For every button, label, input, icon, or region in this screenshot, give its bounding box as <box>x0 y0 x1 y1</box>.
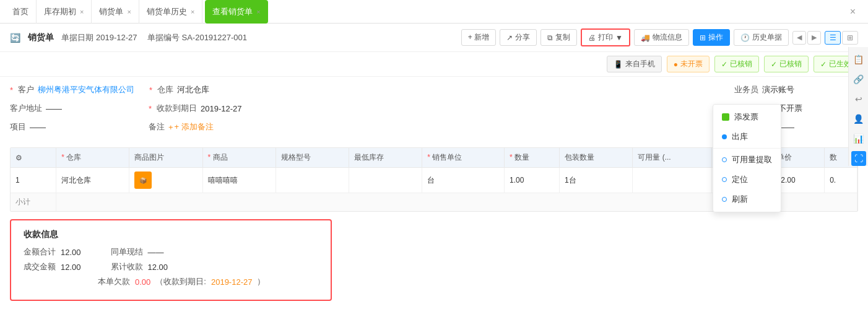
row-min-stock <box>349 168 422 193</box>
window-close-button[interactable]: × <box>843 6 863 17</box>
address-field: 客户地址 —— <box>10 103 134 114</box>
payment-info: 收款信息 金额合计 12.00 同单现结 —— 成交金额 12.00 累计收款 … <box>10 219 332 301</box>
settings-icon[interactable]: ⚙ <box>15 154 22 162</box>
cancelled-button[interactable]: ✓ 已核销 <box>764 56 809 72</box>
note-field: 备注 + + 添加备注 <box>149 121 272 132</box>
list-view-button[interactable]: ☰ <box>825 31 841 45</box>
phone-icon: 📱 <box>614 60 623 69</box>
available-pickup-icon <box>722 157 727 162</box>
sidebar-doc-icon[interactable]: 📋 <box>851 52 866 67</box>
tab-close-view-sales[interactable]: × <box>256 8 260 15</box>
row-warehouse: 河北仓库 <box>56 168 129 193</box>
sidebar-user-icon[interactable]: 👤 <box>851 111 866 126</box>
sidebar-chart-icon[interactable]: 📊 <box>851 131 866 146</box>
payment-date-required: * <box>149 104 152 113</box>
col-product: * 商品 <box>202 148 276 168</box>
same-order-value: —— <box>148 248 164 257</box>
operation-button[interactable]: ⊞ 操作 <box>693 29 730 46</box>
tab-close-inventory[interactable]: × <box>80 8 84 15</box>
row-product: 嘻嘻嘻嘻 <box>202 168 276 193</box>
outbound-label: 出库 <box>732 131 748 142</box>
tab-view-sales[interactable]: 查看销货单 × <box>205 0 267 24</box>
payment-title: 收款信息 <box>24 229 318 240</box>
checked-button[interactable]: ✓ 已核销 <box>714 56 759 72</box>
payment-row-1: 金额合计 12.00 同单现结 —— <box>24 246 318 258</box>
tab-bar: 首页 库存期初 × 销货单 × 销货单历史 × 查看销货单 × × <box>0 0 868 24</box>
cumulative-item: 累计收款 12.00 <box>111 261 168 272</box>
tab-inventory[interactable]: 库存期初 × <box>37 0 92 24</box>
dropdown-available-pickup[interactable]: 可用量提取 <box>713 150 781 170</box>
tab-sales[interactable]: 销货单 × <box>92 0 139 24</box>
dropdown-add-invoice[interactable]: 添发票 <box>713 107 781 127</box>
balance-value: 0.00 <box>135 277 150 287</box>
row-quantity: 1.00 <box>504 168 559 193</box>
cumulative-value: 12.00 <box>148 263 168 272</box>
col-settings[interactable]: ⚙ <box>11 148 56 168</box>
row-available <box>633 168 712 193</box>
grid-view-button[interactable]: ⊞ <box>842 31 858 45</box>
sidebar-return-icon[interactable]: ↩ <box>851 92 866 106</box>
balance-item: 本单欠款 0.00 （收款到期日: 2019-12-27 ） <box>98 276 265 287</box>
sidebar-link-icon[interactable]: 🔗 <box>851 72 866 87</box>
dropdown-refresh[interactable]: 刷新 <box>713 189 781 209</box>
total-amount-item: 金额合计 12.00 <box>24 246 81 258</box>
refresh-icon <box>722 197 727 202</box>
tab-close-sales-history[interactable]: × <box>191 8 194 15</box>
doc-title: 销货单 <box>28 32 54 43</box>
dropdown-divider-1 <box>713 148 781 149</box>
dropdown-locate[interactable]: 定位 <box>713 170 781 189</box>
print-dropdown-icon: ▼ <box>615 33 623 42</box>
col-spec: 规格型号 <box>276 148 349 168</box>
warehouse-field: * 仓库 河北仓库 <box>149 84 273 95</box>
warehouse-required: * <box>149 85 152 95</box>
due-date-value: 2019-12-27 <box>211 277 253 287</box>
same-order-item: 同单现结 —— <box>111 246 164 258</box>
row-amount: 0. <box>825 168 857 193</box>
copy-button[interactable]: ⧉ 复制 <box>540 29 577 46</box>
add-invoice-label: 添发票 <box>734 111 758 123</box>
available-pickup-label: 可用量提取 <box>732 154 772 165</box>
phone-button[interactable]: 📱 来自手机 <box>607 56 662 72</box>
transaction-item: 成交金额 12.00 <box>24 261 81 272</box>
col-sales-unit: * 销售单位 <box>422 148 505 168</box>
project-field: 项目 —— <box>10 121 134 132</box>
next-button[interactable]: ▶ <box>807 31 821 45</box>
dropdown-outbound[interactable]: 出库 <box>713 127 781 147</box>
col-quantity: * 数量 <box>504 148 559 168</box>
history-icon: 🕐 <box>740 33 750 42</box>
col-product-img: 商品图片 <box>129 148 202 168</box>
operation-dropdown: 添发票 出库 可用量提取 定位 刷新 <box>713 104 781 212</box>
plus-icon: + <box>168 123 173 132</box>
history-button[interactable]: 🕐 历史单据 <box>734 29 789 46</box>
tab-close-sales[interactable]: × <box>127 8 131 15</box>
payment-row-2: 成交金额 12.00 累计收款 12.00 <box>24 261 318 272</box>
locate-label: 定位 <box>732 174 748 185</box>
print-button[interactable]: 🖨 打印 ▼ <box>581 28 630 46</box>
address-value: —— <box>46 104 62 113</box>
prev-button[interactable]: ◀ <box>792 31 806 45</box>
share-button[interactable]: ↗ 分享 <box>500 29 537 46</box>
col-min-stock: 最低库存 <box>349 148 422 168</box>
locate-icon <box>722 177 727 182</box>
copy-icon: ⧉ <box>547 33 553 42</box>
tab-home[interactable]: 首页 <box>5 0 37 24</box>
print-icon: 🖨 <box>588 33 596 42</box>
product-thumbnail: 📦 <box>134 172 152 189</box>
main-container: 🔄 销货单 单据日期 2019-12-27 单据编号 SA-20191227-0… <box>0 24 868 330</box>
effective-icon: ✓ <box>820 60 827 69</box>
add-invoice-icon <box>722 113 729 121</box>
right-sidebar: 📋 🔗 ↩ 👤 📊 ⛶ <box>848 47 868 166</box>
not-open-button[interactable]: ● 未开票 <box>667 56 710 72</box>
tab-sales-history[interactable]: 销货单历史 × <box>139 0 202 24</box>
new-button[interactable]: + 新增 <box>461 29 496 46</box>
doc-title-area: 🔄 销货单 单据日期 2019-12-27 单据编号 SA-20191227-0… <box>10 32 247 43</box>
logistics-button[interactable]: 🚚 物流信息 <box>634 29 689 46</box>
customer-value[interactable]: 柳州粤港平安气体有限公司 <box>38 84 134 95</box>
staff-value: 演示账号 <box>762 84 794 95</box>
row-index: 1 <box>11 168 56 193</box>
date-label: 单据日期 2019-12-27 <box>61 32 137 43</box>
sidebar-expand-icon[interactable]: ⛶ <box>851 151 866 166</box>
add-note-button[interactable]: + + 添加备注 <box>168 121 214 132</box>
row-pack-qty: 1台 <box>560 168 633 193</box>
toolbar: + 新增 ↗ 分享 ⧉ 复制 🖨 打印 ▼ 🚚 物流信息 ⊞ 操作 <box>461 28 858 46</box>
